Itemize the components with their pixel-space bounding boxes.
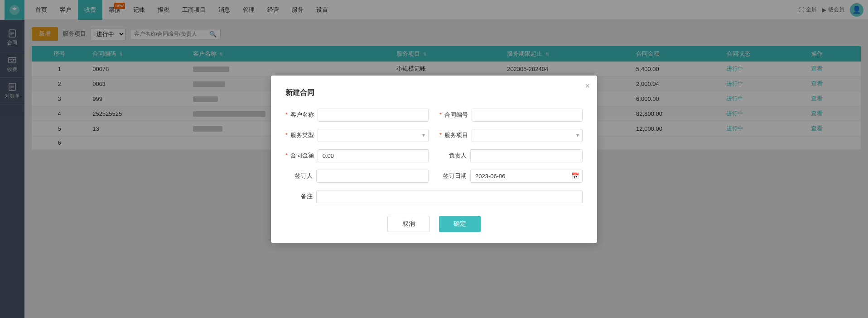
modal-footer: 取消 确定 (285, 216, 583, 232)
required-mark: * (439, 111, 442, 118)
service-type-select-wrapper: ▾ (318, 129, 429, 142)
required-mark: * (439, 132, 442, 138)
remark-input[interactable] (316, 190, 583, 203)
contract-no-input[interactable] (472, 109, 583, 122)
confirm-button[interactable]: 确定 (439, 216, 481, 232)
service-item-select-wrapper: ▾ (472, 129, 583, 142)
remark-field: 备注 (285, 190, 583, 203)
responsible-person-field: 负责人 (439, 149, 583, 162)
customer-name-field: * 客户名称 (285, 109, 429, 122)
sign-date-wrapper: 📅 (470, 170, 583, 183)
form-grid: * 客户名称 * 合同编号 * 服务类型 (285, 109, 583, 203)
service-type-field: * 服务类型 ▾ (285, 129, 429, 142)
service-item-select[interactable] (472, 129, 583, 142)
modal-overlay[interactable]: 新建合同 × * 客户名称 * 合同编号 * (0, 0, 868, 318)
required-mark: * (285, 152, 288, 159)
sign-date-input[interactable] (470, 170, 583, 183)
required-mark: * (285, 111, 288, 118)
calendar-icon[interactable]: 📅 (571, 172, 579, 180)
service-item-field: * 服务项目 ▾ (439, 129, 583, 142)
service-type-select[interactable] (318, 129, 429, 142)
contract-amount-field: * 合同金额 (285, 149, 429, 162)
modal-close-button[interactable]: × (585, 82, 590, 90)
customer-name-input[interactable] (318, 109, 429, 122)
sign-date-field: 签订日期 📅 (439, 170, 583, 183)
contract-amount-input[interactable] (318, 149, 429, 162)
signer-input[interactable] (316, 170, 429, 183)
modal-title: 新建合同 (285, 88, 583, 98)
signer-field: 签订人 (285, 170, 429, 183)
required-mark: * (285, 132, 288, 138)
new-contract-modal: 新建合同 × * 客户名称 * 合同编号 * (271, 76, 597, 243)
responsible-person-input[interactable] (470, 149, 583, 162)
cancel-button[interactable]: 取消 (387, 216, 430, 232)
contract-no-field: * 合同编号 (439, 109, 583, 122)
